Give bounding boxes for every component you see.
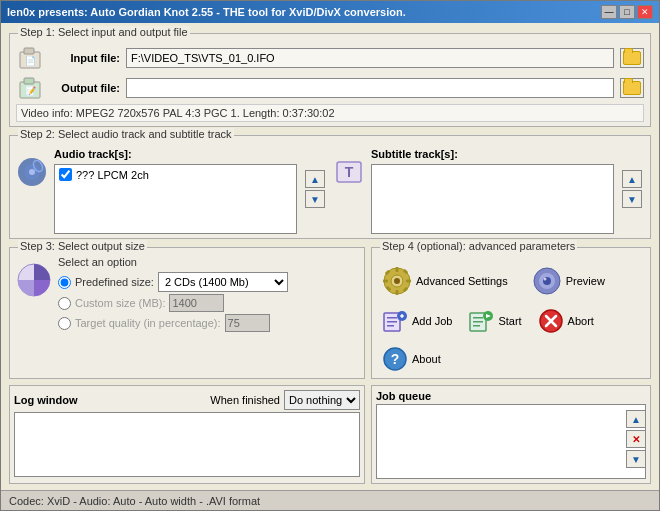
step1-group: Step 1: Select input and output file 📄 I… xyxy=(9,33,651,127)
start-button[interactable]: Start xyxy=(464,306,525,336)
svg-rect-17 xyxy=(396,290,399,295)
step3-step4-row: Step 3: Select output size Select an opt… xyxy=(9,243,651,379)
audio-track-name: ??? LPCM 2ch xyxy=(76,169,149,181)
start-icon xyxy=(468,308,494,334)
title-text: len0x presents: Auto Gordian Knot 2.55 -… xyxy=(7,6,406,18)
svg-point-15 xyxy=(394,278,400,284)
preview-button[interactable]: Preview xyxy=(528,264,609,298)
advanced-settings-button[interactable]: Advanced Settings xyxy=(378,264,512,298)
input-file-label: Input file: xyxy=(50,52,120,64)
add-job-label: Add Job xyxy=(412,315,452,327)
step3-label: Step 3: Select output size xyxy=(18,240,147,252)
step2-group: Step 2: Select audio track and subtitle … xyxy=(9,135,651,239)
bottom-row: Log window When finished Do nothing Shut… xyxy=(9,385,651,484)
step3-options: Select an option Predefined size: 2 CDs … xyxy=(58,256,358,334)
audio-down-button[interactable]: ▼ xyxy=(305,190,325,208)
custom-spin-input[interactable] xyxy=(169,294,224,312)
custom-radio[interactable] xyxy=(58,297,71,310)
content-area: Step 1: Select input and output file 📄 I… xyxy=(1,23,659,490)
job-queue-arrows: ▲ ✕ ▼ xyxy=(626,406,646,479)
output-file-label: Output file: xyxy=(50,82,120,94)
svg-rect-36 xyxy=(473,317,483,319)
log-title: Log window xyxy=(14,394,78,406)
gear-icon xyxy=(382,266,412,296)
input-file-field[interactable] xyxy=(126,48,614,68)
svg-rect-31 xyxy=(387,325,394,327)
svg-text:📄: 📄 xyxy=(25,55,37,67)
svg-rect-37 xyxy=(473,321,483,323)
job-up-button[interactable]: ▲ xyxy=(626,410,646,428)
audio-track-item: ??? LPCM 2ch xyxy=(57,167,294,182)
subtitle-track-title: Subtitle track[s]: xyxy=(371,148,614,160)
when-finished-select[interactable]: Do nothing Shutdown Hibernate Exit xyxy=(284,390,360,410)
about-label: About xyxy=(412,353,441,365)
folder-icon-2 xyxy=(623,81,641,95)
target-spin-input[interactable] xyxy=(225,314,270,332)
audio-arrow-buttons: ▲ ▼ xyxy=(303,144,327,234)
svg-rect-4 xyxy=(24,78,34,84)
audio-up-button[interactable]: ▲ xyxy=(305,170,325,188)
about-button[interactable]: ? About xyxy=(378,344,445,374)
input-browse-button[interactable] xyxy=(620,48,644,68)
title-bar: len0x presents: Auto Gordian Knot 2.55 -… xyxy=(1,1,659,23)
svg-point-8 xyxy=(29,169,35,175)
svg-rect-29 xyxy=(387,317,397,319)
job-queue-title: Job queue xyxy=(376,390,646,402)
custom-radio-label: Custom size (MB): xyxy=(75,297,165,309)
target-radio[interactable] xyxy=(58,317,71,330)
svg-text:📝: 📝 xyxy=(25,85,37,97)
output-file-row: 📝 Output file: xyxy=(16,74,644,102)
log-header: Log window When finished Do nothing Shut… xyxy=(14,390,360,410)
when-finished-label: When finished xyxy=(210,394,280,406)
when-finished-row: When finished Do nothing Shutdown Hibern… xyxy=(210,390,360,410)
maximize-button[interactable]: □ xyxy=(619,5,635,19)
abort-button[interactable]: Abort xyxy=(534,306,598,336)
step4-buttons: Advanced Settings Preview xyxy=(378,264,644,298)
subtitle-track-list xyxy=(371,164,614,234)
close-button[interactable]: ✕ xyxy=(637,5,653,19)
status-bar: Codec: XviD - Audio: Auto - Auto width -… xyxy=(1,490,659,510)
predefined-radio[interactable] xyxy=(58,276,71,289)
step3-group: Step 3: Select output size Select an opt… xyxy=(9,247,365,379)
abort-label: Abort xyxy=(568,315,594,327)
job-queue-list xyxy=(376,404,646,479)
step4-group: Step 4 (optional): advanced parameters xyxy=(371,247,651,379)
predefined-select[interactable]: 2 CDs (1400 Mb) 1 CD (700 Mb) 3 CDs (210… xyxy=(158,272,288,292)
advanced-settings-label: Advanced Settings xyxy=(416,275,508,287)
audio-track-checkbox[interactable] xyxy=(59,168,72,181)
job-down-button[interactable]: ▼ xyxy=(626,450,646,468)
select-option-label: Select an option xyxy=(58,256,358,268)
target-radio-row: Target quality (in percentage): xyxy=(58,314,358,332)
svg-rect-16 xyxy=(396,267,399,272)
add-job-icon xyxy=(382,308,408,334)
svg-point-27 xyxy=(543,278,546,281)
audio-icon xyxy=(16,156,48,188)
subtitle-down-button[interactable]: ▼ xyxy=(622,190,642,208)
step3-content: Select an option Predefined size: 2 CDs … xyxy=(16,256,358,334)
svg-text:?: ? xyxy=(391,351,400,367)
main-window: len0x presents: Auto Gordian Knot 2.55 -… xyxy=(0,0,660,511)
step2-label: Step 2: Select audio track and subtitle … xyxy=(18,128,234,140)
job-delete-button[interactable]: ✕ xyxy=(626,430,646,448)
status-text: Codec: XviD - Audio: Auto - Auto width -… xyxy=(9,495,260,507)
output-browse-button[interactable] xyxy=(620,78,644,98)
about-icon: ? xyxy=(382,346,408,372)
input-file-icon: 📄 xyxy=(16,44,44,72)
output-file-field[interactable] xyxy=(126,78,614,98)
video-info: Video info: MPEG2 720x576 PAL 4:3 PGC 1.… xyxy=(16,104,644,122)
subtitle-up-button[interactable]: ▲ xyxy=(622,170,642,188)
custom-radio-row: Custom size (MB): xyxy=(58,294,358,312)
svg-rect-18 xyxy=(383,280,388,283)
folder-icon xyxy=(623,51,641,65)
svg-rect-1 xyxy=(24,48,34,54)
subtitle-panel: Subtitle track[s]: xyxy=(371,144,614,234)
log-text-area xyxy=(14,412,360,477)
preview-label: Preview xyxy=(566,275,605,287)
log-window: Log window When finished Do nothing Shut… xyxy=(9,385,365,484)
audio-panel: Audio track[s]: ??? LPCM 2ch xyxy=(54,144,297,234)
add-job-button[interactable]: Add Job xyxy=(378,306,456,336)
svg-rect-38 xyxy=(473,325,480,327)
minimize-button[interactable]: — xyxy=(601,5,617,19)
job-queue: Job queue ▲ ✕ ▼ xyxy=(371,385,651,484)
step1-label: Step 1: Select input and output file xyxy=(18,26,190,38)
